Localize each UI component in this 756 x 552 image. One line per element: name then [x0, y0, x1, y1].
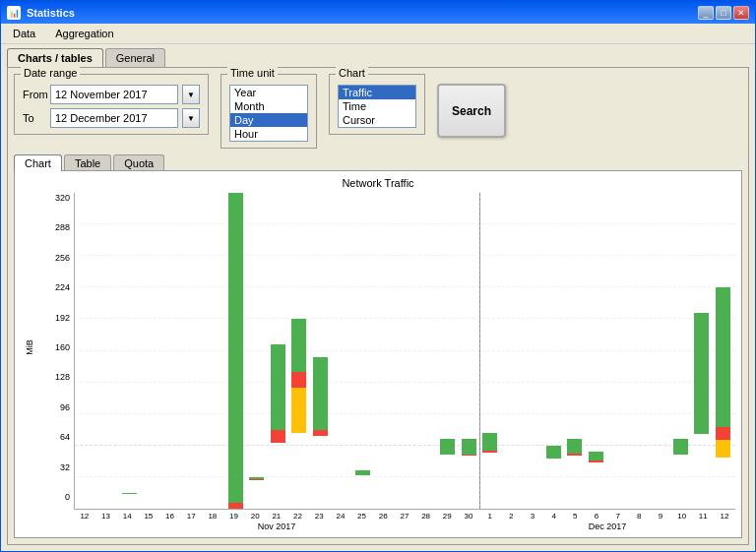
time-unit-listbox[interactable]: Year Month Day Hour	[229, 85, 308, 142]
time-unit-month[interactable]: Month	[230, 99, 307, 113]
bar-group	[522, 193, 543, 509]
x-label: 28	[415, 512, 437, 521]
chart-type-cursor[interactable]: Cursor	[339, 113, 415, 127]
inner-tab-quota[interactable]: Quota	[113, 154, 164, 171]
bar-green	[546, 446, 561, 459]
bar-group	[712, 193, 733, 509]
x-label: 11	[692, 512, 714, 521]
x-label: 29	[436, 512, 458, 521]
tab-general[interactable]: General	[105, 48, 165, 67]
inner-tab-table[interactable]: Table	[64, 154, 111, 171]
close-button[interactable]: ✕	[733, 6, 749, 20]
bar-group	[585, 193, 606, 509]
inner-tab-chart[interactable]: Chart	[14, 154, 62, 171]
x-label: 24	[330, 512, 351, 521]
bar-green	[228, 193, 243, 503]
bar-stack	[716, 287, 730, 509]
from-date-input[interactable]: 12 November 2017	[50, 85, 178, 104]
x-label: 5	[564, 512, 586, 521]
bar-group	[268, 193, 289, 509]
inner-tab-bar: Chart Table Quota	[14, 154, 742, 171]
to-label: To	[23, 112, 46, 124]
bar-stack	[462, 439, 476, 509]
x-label: 27	[394, 512, 415, 521]
bar-group	[500, 193, 522, 509]
bar-red	[567, 454, 582, 457]
chart-area: MiB 320 288 256 224 192 160 128 96 64 32…	[21, 193, 735, 531]
x-label: 10	[671, 512, 693, 521]
bar-yellow	[291, 388, 306, 433]
bar-green	[313, 357, 328, 430]
tab-charts-tables[interactable]: Charts / tables	[7, 48, 103, 67]
bar-red	[291, 372, 306, 387]
bar-red	[313, 430, 328, 436]
chart-type-time[interactable]: Time	[339, 99, 415, 113]
y-label-64: 64	[60, 432, 70, 442]
bar-green	[716, 287, 730, 427]
time-unit-year[interactable]: Year	[230, 86, 307, 99]
from-date-picker-button[interactable]: ▼	[182, 85, 200, 104]
bar-red	[271, 430, 285, 443]
bar-group	[352, 193, 374, 509]
bar-stack	[546, 446, 561, 509]
time-unit-hour[interactable]: Hour	[230, 127, 307, 141]
bar-stack	[291, 319, 306, 509]
bar-green	[567, 439, 582, 453]
x-label: 15	[138, 512, 159, 521]
x-label: 12	[714, 512, 735, 521]
minimize-button[interactable]: _	[698, 6, 714, 20]
bar-group	[288, 193, 310, 509]
y-axis-label: MiB	[25, 339, 34, 355]
bar-group	[331, 193, 352, 509]
time-unit-label: Time unit	[227, 67, 278, 79]
bar-green	[271, 344, 285, 430]
y-label-288: 288	[55, 222, 70, 232]
bar-green	[694, 313, 709, 434]
bar-red	[589, 460, 603, 461]
bar-green	[122, 493, 137, 494]
bar-green	[673, 439, 688, 455]
x-label: 12	[74, 512, 95, 521]
menu-data[interactable]: Data	[5, 26, 43, 41]
y-axis: 320 288 256 224 192 160 128 96 64 32 0	[38, 193, 74, 531]
bar-group	[161, 193, 183, 509]
window-icon: 📊	[7, 6, 21, 20]
bar-group	[564, 193, 586, 509]
date-range-group: Date range From 12 November 2017 ▼ To 12…	[14, 74, 209, 135]
chart-type-listbox[interactable]: Traffic Time Cursor	[338, 85, 416, 128]
bar-group	[395, 193, 416, 509]
to-row: To 12 December 2017 ▼	[23, 108, 200, 128]
bar-red	[482, 451, 497, 453]
y-label-160: 160	[55, 342, 70, 352]
x-label: 26	[372, 512, 394, 521]
bar-group	[479, 193, 501, 509]
search-button[interactable]: Search	[437, 84, 506, 138]
bar-stack	[673, 439, 688, 509]
bars-container	[75, 193, 735, 509]
bar-stack	[313, 357, 328, 509]
from-label: From	[23, 89, 46, 100]
x-label: 25	[351, 512, 373, 521]
y-label-96: 96	[60, 402, 70, 412]
bar-stack	[355, 470, 370, 509]
chart-title: Network Traffic	[21, 177, 735, 189]
x-label: 1	[479, 512, 501, 521]
chart-panel: Network Traffic MiB 320 288 256 224 192 …	[14, 170, 742, 538]
x-label: 9	[650, 512, 671, 521]
time-unit-day[interactable]: Day	[230, 113, 307, 127]
menu-bar: Data Aggregation	[1, 24, 755, 44]
y-label-128: 128	[55, 372, 70, 382]
bar-green	[291, 319, 306, 372]
bar-yellow	[716, 440, 730, 458]
bar-group	[669, 193, 691, 509]
to-date-input[interactable]: 12 December 2017	[50, 108, 178, 128]
maximize-button[interactable]: □	[716, 6, 731, 20]
from-row: From 12 November 2017 ▼	[23, 85, 200, 104]
chart-type-traffic[interactable]: Traffic	[339, 86, 415, 99]
bar-group	[141, 193, 162, 509]
to-date-picker-button[interactable]: ▼	[182, 108, 200, 128]
menu-aggregation[interactable]: Aggregation	[47, 26, 121, 41]
x-label: 8	[628, 512, 650, 521]
bar-stack	[122, 493, 137, 509]
bar-green	[355, 470, 370, 475]
